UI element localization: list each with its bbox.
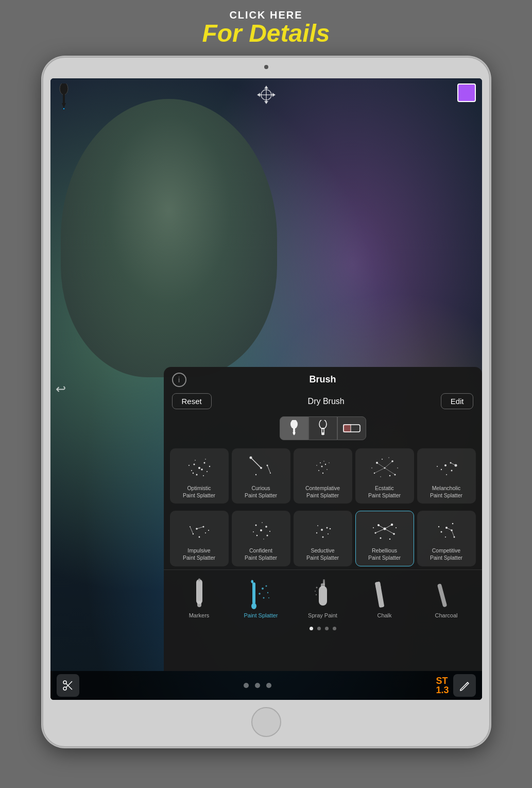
svg-point-89 [266, 535, 268, 536]
category-markers[interactable]: Markers [170, 574, 229, 622]
brush-label-impulsive: ImpulsivePaint Splatter [183, 547, 215, 561]
svg-marker-2 [62, 103, 66, 108]
svg-point-86 [255, 525, 256, 526]
svg-point-35 [201, 468, 203, 471]
svg-point-128 [262, 588, 264, 590]
brush-confident[interactable]: ConfidentPaint Splatter [232, 511, 290, 566]
svg-point-51 [320, 462, 321, 463]
svg-point-28 [207, 471, 208, 472]
pen-tool-icon[interactable] [57, 83, 71, 111]
brush-panel: i Brush Reset Dry Brush Edit [164, 367, 482, 671]
color-swatch[interactable] [457, 83, 476, 102]
svg-point-16 [290, 420, 298, 429]
category-charcoal[interactable]: Charcoal [417, 574, 476, 622]
edit-button[interactable]: Edit [441, 393, 474, 409]
category-paint-splatter[interactable]: Paint Splatter [232, 574, 290, 622]
undo-button[interactable]: ↩ [56, 382, 66, 396]
svg-point-109 [396, 527, 397, 528]
brush-seductive[interactable]: SeductivePaint Splatter [294, 511, 352, 566]
brush-preview-melancholic [430, 454, 463, 482]
svg-point-24 [198, 467, 200, 469]
brush-melancholic[interactable]: MelancholicPaint Splatter [417, 448, 476, 504]
svg-line-121 [447, 528, 452, 530]
move-icon[interactable] [256, 85, 277, 108]
svg-point-138 [316, 586, 317, 588]
nav-dot-2 [255, 683, 260, 688]
svg-rect-136 [323, 581, 325, 585]
brush-type-fill[interactable] [280, 416, 308, 440]
svg-rect-124 [197, 601, 201, 607]
brush-preview-confident [245, 516, 278, 544]
svg-line-67 [374, 468, 385, 473]
brush-controls: Reset Dry Brush Edit [164, 390, 482, 414]
svg-rect-125 [198, 578, 200, 581]
svg-point-0 [60, 83, 68, 95]
brush-preview-contemplative [306, 454, 339, 482]
svg-point-97 [328, 533, 329, 534]
svg-point-49 [316, 465, 317, 466]
svg-line-113 [375, 529, 385, 533]
svg-marker-9 [257, 93, 260, 97]
svg-point-92 [262, 522, 263, 523]
svg-point-71 [451, 470, 452, 472]
brush-optimistic[interactable]: OptimisticPaint Splatter [170, 448, 229, 504]
brush-label-confident: ConfidentPaint Splatter [245, 547, 277, 561]
brush-curious[interactable]: CuriousPaint Splatter [232, 448, 290, 504]
category-spray-paint[interactable]: Spray Paint [294, 574, 352, 622]
info-button[interactable]: i [172, 373, 186, 387]
brush-impulsive[interactable]: ImpulsivePaint Splatter [170, 511, 229, 566]
brush-grid-row2: ImpulsivePaint Splatter [164, 508, 482, 569]
svg-line-111 [385, 525, 392, 529]
scissors-tool-button[interactable] [57, 674, 79, 697]
camera [264, 65, 268, 69]
svg-line-112 [385, 529, 394, 534]
svg-rect-142 [374, 581, 381, 590]
svg-point-98 [322, 536, 323, 538]
brush-label-curious: CuriousPaint Splatter [245, 485, 277, 499]
category-label-charcoal: Charcoal [435, 612, 457, 618]
svg-point-132 [263, 597, 264, 598]
svg-point-140 [315, 594, 316, 595]
home-button[interactable] [251, 707, 281, 737]
svg-point-120 [452, 523, 453, 525]
category-row: Markers [164, 569, 482, 624]
svg-point-133 [268, 597, 269, 598]
svg-point-137 [323, 579, 325, 581]
panel-dot-4 [333, 627, 336, 630]
svg-point-36 [192, 473, 193, 474]
brush-competitive[interactable]: CompetitivePaint Splatter [417, 511, 476, 566]
brush-label-seductive: SeductivePaint Splatter [306, 547, 339, 561]
svg-point-61 [397, 467, 398, 468]
brush-preview-competitive [430, 516, 463, 544]
svg-point-60 [371, 467, 372, 468]
svg-line-66 [385, 468, 395, 475]
svg-line-37 [251, 458, 261, 468]
brush-contemplative[interactable]: ContemplativePaint Splatter [294, 448, 352, 504]
svg-point-33 [195, 460, 196, 461]
panel-dot-1 [310, 627, 313, 630]
svg-point-39 [260, 467, 262, 469]
reset-button[interactable]: Reset [172, 393, 212, 409]
svg-line-84 [190, 527, 193, 534]
svg-point-130 [259, 593, 261, 595]
svg-point-96 [316, 532, 317, 533]
brush-ecstatic[interactable]: EcstaticPaint Splatter [355, 448, 414, 504]
spray-paint-icon [308, 577, 337, 610]
svg-point-31 [188, 465, 190, 466]
svg-point-50 [329, 462, 329, 463]
category-label-markers: Markers [189, 612, 210, 618]
brush-type-eraser[interactable] [337, 416, 366, 440]
category-label-spray-paint: Spray Paint [308, 612, 337, 618]
panel-dot-3 [325, 627, 329, 630]
brush-tool-button[interactable] [453, 674, 476, 697]
brush-rebellious[interactable]: RebelliousPaint Splatter [355, 511, 414, 566]
category-chalk[interactable]: Chalk [355, 574, 414, 622]
screen-toolbar: ST1.3 [50, 671, 482, 700]
top-banner[interactable]: CLICK HERE For Details [0, 0, 532, 52]
svg-point-70 [440, 469, 441, 470]
brush-type-outline[interactable] [308, 416, 337, 440]
brush-label-rebellious: RebelliousPaint Splatter [368, 547, 401, 561]
svg-point-30 [203, 475, 204, 476]
svg-point-87 [265, 526, 267, 528]
svg-point-27 [191, 470, 192, 471]
